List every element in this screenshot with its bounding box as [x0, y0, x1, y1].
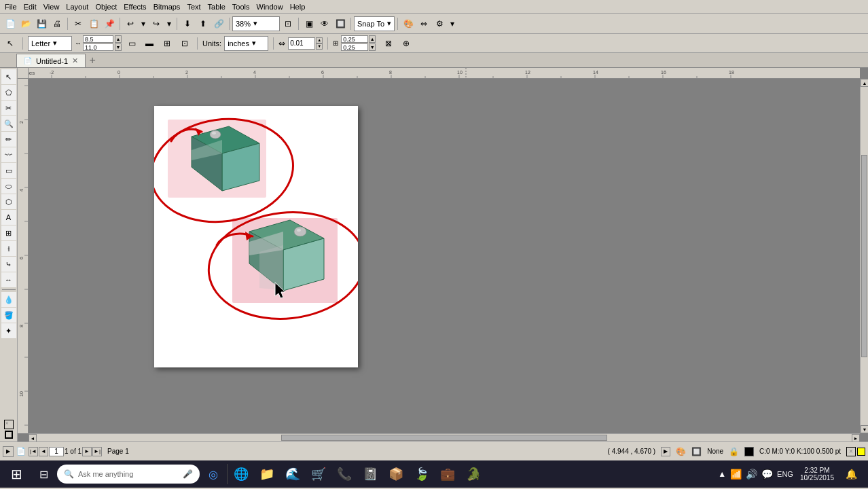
next-page-button[interactable]: ►: [82, 447, 92, 456]
view3-button[interactable]: 🔲: [333, 16, 348, 31]
crop-tool[interactable]: ✂: [1, 101, 16, 115]
redo-dropdown[interactable]: ▾: [164, 16, 174, 31]
margin-h-input[interactable]: [341, 35, 368, 43]
open-button[interactable]: 📂: [18, 16, 33, 31]
paste-button[interactable]: 📌: [102, 16, 117, 31]
menu-tools[interactable]: Tools: [229, 1, 253, 12]
coord-dropdown[interactable]: ▶: [661, 447, 670, 456]
measure-tool[interactable]: ↔: [1, 272, 16, 287]
menu-edit[interactable]: Edit: [20, 1, 40, 12]
zoom-tool[interactable]: 🔍: [1, 116, 16, 131]
scale-drawing-button[interactable]: ⊠: [381, 36, 396, 51]
fill-indicator[interactable]: ×: [846, 447, 856, 456]
menu-bitmaps[interactable]: Bitmaps: [150, 1, 184, 12]
nudge-input[interactable]: [288, 37, 315, 50]
scroll-right-button[interactable]: ►: [852, 434, 860, 441]
store-button[interactable]: 🛒: [306, 462, 331, 486]
menu-object[interactable]: Object: [92, 1, 120, 12]
fill-tool[interactable]: 🪣: [1, 308, 16, 323]
menu-window[interactable]: Window: [253, 1, 287, 12]
vertical-scrollbar[interactable]: ▲ ▼: [860, 79, 868, 433]
app1-button[interactable]: 🍃: [410, 462, 434, 486]
rect-tool[interactable]: ▭: [1, 163, 16, 178]
margin-h-up[interactable]: ▲: [369, 35, 376, 43]
import-button[interactable]: ⬇: [180, 16, 195, 31]
export-button[interactable]: ⬆: [196, 16, 211, 31]
horizontal-scrollbar[interactable]: ◄ ►: [29, 433, 860, 441]
options-dropdown[interactable]: ▾: [448, 16, 457, 31]
document-tab[interactable]: 📄 Untitled-1 ✕: [16, 54, 86, 67]
save-button[interactable]: 💾: [34, 16, 49, 31]
add-tab-button[interactable]: +: [86, 54, 99, 67]
connector-tool[interactable]: ⤷: [1, 257, 16, 272]
cut-button[interactable]: ✂: [71, 16, 86, 31]
tab-close-button[interactable]: ✕: [72, 56, 78, 65]
parallel-tool[interactable]: ⫲: [1, 241, 16, 256]
notifications-button[interactable]: 🔔: [841, 462, 861, 486]
redo-button[interactable]: ↪: [149, 16, 164, 31]
undo-button[interactable]: ↩: [123, 16, 138, 31]
scroll-left-button[interactable]: ◄: [29, 434, 37, 441]
chevron-up-button[interactable]: ▲: [718, 469, 726, 479]
menu-file[interactable]: File: [1, 1, 20, 12]
ie-button[interactable]: 🌐: [229, 462, 253, 486]
table-tool[interactable]: ⊞: [1, 225, 16, 240]
microphone-icon[interactable]: 🎤: [183, 469, 193, 479]
edge-button[interactable]: 🌊: [281, 462, 305, 486]
scroll-thumb[interactable]: [861, 155, 867, 358]
eyedropper-tool[interactable]: 💧: [1, 292, 16, 307]
nudge-up[interactable]: ▲: [316, 37, 323, 43]
last-page-button[interactable]: ►|: [92, 447, 102, 456]
publish-button[interactable]: 🔗: [211, 16, 226, 31]
explorer-button[interactable]: 📁: [255, 462, 279, 486]
page-width-input[interactable]: [83, 35, 113, 43]
zoom-fit-button[interactable]: ⊡: [281, 16, 295, 31]
text-tool[interactable]: A: [1, 210, 16, 225]
interactive-tool[interactable]: ✦: [1, 323, 16, 338]
width-down[interactable]: ▼: [115, 43, 122, 51]
start-button[interactable]: ⊞: [3, 460, 30, 488]
scroll-down-button[interactable]: ▼: [861, 425, 868, 433]
scroll-up-button[interactable]: ▲: [861, 79, 868, 87]
search-bar[interactable]: 🔍 Ask me anything 🎤: [57, 465, 200, 484]
view2-button[interactable]: 👁: [317, 16, 332, 31]
menu-text[interactable]: Text: [183, 1, 204, 12]
nudge-down[interactable]: ▼: [316, 43, 323, 50]
page-border-button[interactable]: ⊡: [177, 36, 192, 51]
clock[interactable]: 2:32 PM 10/25/2015: [797, 467, 837, 482]
prev-page-button[interactable]: ◄: [39, 447, 48, 456]
selector-tool[interactable]: ↖: [3, 36, 18, 51]
new-button[interactable]: 📄: [3, 16, 18, 31]
copy-button[interactable]: 📋: [86, 16, 101, 31]
smart-drawing[interactable]: 〰: [1, 147, 16, 162]
color-mgmt-button[interactable]: 🎨: [401, 16, 416, 31]
app3-button[interactable]: 🐊: [461, 462, 486, 486]
zoom-dropdown[interactable]: 38% ▾: [232, 16, 280, 31]
toggle-toolbar[interactable]: ▶: [3, 446, 14, 457]
page-options-button[interactable]: ⊞: [160, 36, 175, 51]
task-view-button[interactable]: ⊟: [31, 462, 56, 486]
margin-h-down[interactable]: ▼: [369, 43, 376, 51]
pick-tool[interactable]: ↖: [1, 69, 16, 84]
undo-dropdown[interactable]: ▾: [139, 16, 148, 31]
color-fill-swatch[interactable]: [744, 447, 754, 456]
app2-button[interactable]: 💼: [435, 462, 460, 486]
drawing-canvas[interactable]: [29, 79, 860, 433]
amazon-button[interactable]: 📦: [384, 462, 408, 486]
units-dropdown[interactable]: inches ▾: [224, 36, 268, 51]
skype-button[interactable]: 📞: [332, 462, 357, 486]
stroke-indicator[interactable]: [857, 448, 865, 456]
menu-effects[interactable]: Effects: [120, 1, 149, 12]
cortana-button[interactable]: ◎: [201, 462, 225, 486]
shape-tool[interactable]: ⬠: [1, 85, 16, 100]
paper-size-dropdown[interactable]: Letter ▾: [28, 36, 72, 51]
menu-layout[interactable]: Layout: [62, 1, 92, 12]
ellipse-tool[interactable]: ⬭: [1, 179, 16, 194]
page-height-input[interactable]: [83, 43, 113, 51]
options-button[interactable]: ⚙: [432, 16, 447, 31]
fill-swatch[interactable]: ×: [4, 420, 14, 429]
scale-button[interactable]: ⇔: [416, 16, 431, 31]
menu-help[interactable]: Help: [287, 1, 309, 12]
stroke-swatch[interactable]: [5, 431, 13, 439]
first-page-button[interactable]: |◄: [29, 447, 38, 456]
